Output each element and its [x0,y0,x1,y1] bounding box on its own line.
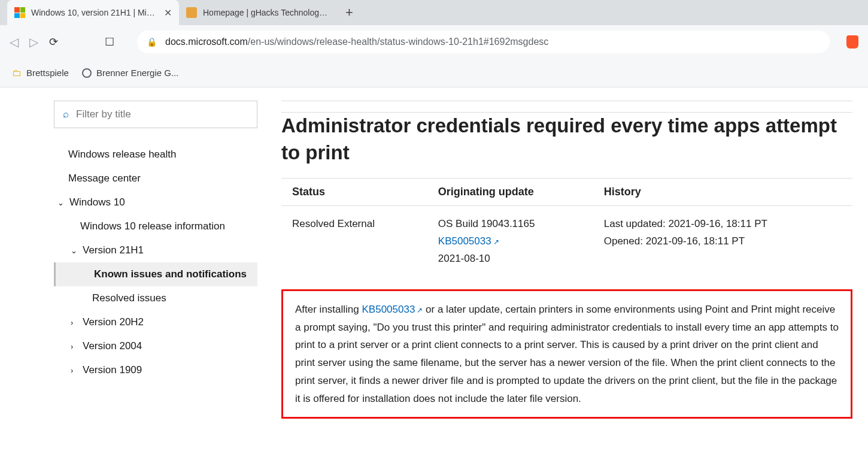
external-link-icon: ↗ [417,306,423,314]
bookmark-link[interactable]: Brenner Energie G... [82,68,179,78]
sidebar-item-resolved-issues[interactable]: Resolved issues [54,286,257,310]
reload-button[interactable]: ⟳ [49,35,58,49]
history-cell: Last updated: 2021-09-16, 18:11 PT Opene… [593,206,852,282]
forward-button[interactable]: ▷ [29,35,38,49]
chevron-right-icon: › [71,366,79,375]
bookmark-label: Brenner Energie G... [96,68,179,78]
update-cell: OS Build 19043.1165 KB5005033↗ 2021-08-1… [427,206,593,282]
browser-tab-active[interactable]: Windows 10, version 21H1 | Micros ✕ [7,0,179,25]
external-link-icon: ↗ [493,238,499,246]
page-content: ⌕ Windows release health Message center … [0,87,868,419]
filter-box[interactable]: ⌕ [54,101,257,128]
chevron-down-icon: ⌄ [57,198,66,207]
kb-link-inline[interactable]: KB5005033↗ [362,304,423,315]
lock-icon: 🔒 [147,37,157,47]
article-title: Administrator credentials required every… [281,112,852,178]
tab-strip: Windows 10, version 21H1 | Micros ✕ Home… [0,0,868,25]
sidebar-item-version-1909[interactable]: ›Version 1909 [54,358,257,382]
sidebar-item-version-20h2[interactable]: ›Version 20H2 [54,310,257,334]
globe-icon [82,68,92,78]
chevron-right-icon: › [71,318,79,327]
sidebar-item-version-2004[interactable]: ›Version 2004 [54,334,257,358]
chevron-right-icon: › [71,342,79,351]
status-table: Status Originating update History Resolv… [281,178,852,282]
sidebar-item-known-issues[interactable]: Known issues and notifications [54,262,257,286]
chevron-down-icon: ⌄ [71,246,79,255]
article-body-highlight: After installing KB5005033↗ or a later u… [281,289,852,419]
ghacks-icon [186,7,197,18]
filter-icon: ⌕ [63,108,69,120]
brave-shield-icon[interactable] [846,35,858,49]
col-update: Originating update [427,178,593,206]
url-path: /en-us/windows/release-health/status-win… [248,37,549,47]
status-cell: Resolved External [281,206,427,282]
address-bar[interactable]: 🔒 docs.microsoft.com/en-us/windows/relea… [137,31,830,53]
kb-link[interactable]: KB5005033↗ [438,235,499,247]
table-row: Resolved External OS Build 19043.1165 KB… [281,206,852,282]
folder-icon: 🗀 [12,68,22,78]
bookmark-label: Brettspiele [26,68,69,78]
sidebar-item-release-health[interactable]: Windows release health [54,143,257,167]
url-host: docs.microsoft.com [165,37,248,47]
sidebar-item-message-center[interactable]: Message center [54,167,257,190]
browser-tab[interactable]: Homepage | gHacks Technology News [179,0,336,25]
windows-icon [14,7,25,18]
tab-title: Windows 10, version 21H1 | Micros [31,8,157,17]
sidebar-item-win10-release-info[interactable]: Windows 10 release information [54,214,257,238]
col-history: History [593,178,852,206]
bookmarks-bar: 🗀 Brettspiele Brenner Energie G... [0,59,868,87]
browser-toolbar: ◁ ▷ ⟳ ☐ 🔒 docs.microsoft.com/en-us/windo… [0,25,868,59]
bookmark-button[interactable]: ☐ [105,35,114,49]
sidebar: ⌕ Windows release health Message center … [0,101,269,419]
filter-input[interactable] [76,108,248,120]
sidebar-item-version-21h1[interactable]: ⌄Version 21H1 [54,238,257,262]
new-tab-button[interactable]: + [345,5,353,20]
close-icon[interactable]: ✕ [164,7,172,19]
sidebar-item-windows-10[interactable]: ⌄Windows 10 [54,190,257,214]
main-content: Administrator credentials required every… [269,101,868,419]
col-status: Status [281,178,427,206]
bookmark-folder[interactable]: 🗀 Brettspiele [12,68,69,78]
back-button[interactable]: ◁ [10,35,19,49]
tab-title: Homepage | gHacks Technology News [203,8,329,17]
